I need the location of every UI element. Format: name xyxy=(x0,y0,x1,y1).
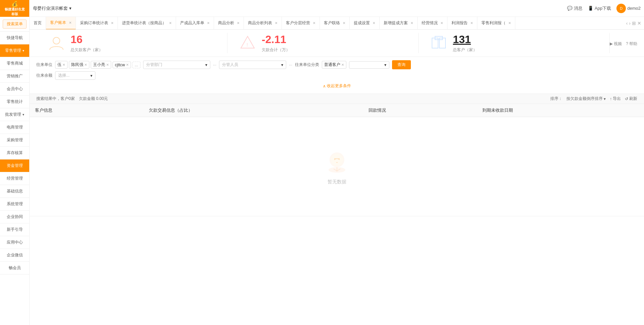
tab-close-icon[interactable]: ✕ xyxy=(237,21,240,25)
tab-close-icon[interactable]: ✕ xyxy=(207,21,210,25)
refresh-button[interactable]: ↺ 刷新 xyxy=(625,96,637,102)
unit-tag-wang[interactable]: 王小亮 ✕ xyxy=(91,61,111,69)
stat-debt-value: -2.11 xyxy=(262,33,290,46)
stat-debt-label: 欠款合计（万） xyxy=(262,47,290,53)
tabs-close-all-button[interactable]: ✕ xyxy=(637,21,641,26)
tab-close-icon[interactable]: ✕ xyxy=(275,21,277,25)
sidebar-item-basic-info[interactable]: 基础信息 xyxy=(0,185,29,198)
unit-type-select[interactable]: ▾ xyxy=(349,61,389,69)
tab-close-icon[interactable]: ✕ xyxy=(313,21,315,25)
tab-product-analysis[interactable]: 商品分析 ✕ xyxy=(214,17,244,30)
stat-debt-info: -2.11 欠款合计（万） xyxy=(262,33,290,53)
tab-purchase-stat[interactable]: 进货单统计表（按商品） ✕ xyxy=(118,17,176,30)
sidebar-item-wechat[interactable]: 企业微信 xyxy=(0,249,29,262)
sidebar-item-marketing[interactable]: 营销推广 xyxy=(0,70,29,83)
stat-customers-label: 总欠款客户（家） xyxy=(71,47,103,53)
tab-product-analysis-list[interactable]: 商品分析列表 ✕ xyxy=(244,17,282,30)
tab-production[interactable]: 产成品入库单 ✕ xyxy=(176,17,214,30)
sidebar-item-app[interactable]: 应用中心 xyxy=(0,236,29,249)
account-selector[interactable]: 母婴行业演示帐套 ▾ xyxy=(33,5,72,11)
col-debt-info: 欠款交易信息（占比） xyxy=(143,104,363,117)
export-button[interactable]: ↑ 导出 xyxy=(610,96,621,102)
stat-customers-info: 16 总欠款客户（家） xyxy=(71,33,103,53)
sidebar-item-system[interactable]: 系统管理 xyxy=(0,198,29,211)
query-button[interactable]: 查询 xyxy=(392,60,411,69)
results-count: 搜索结果中，客户0家 xyxy=(36,96,75,102)
message-button[interactable]: 💬 消息 xyxy=(567,5,583,11)
sort-select[interactable]: 按欠款金额倒序排序 ▾ xyxy=(566,96,606,102)
tab-retail-profit[interactable]: 零售利润报（ ✕ xyxy=(477,17,515,30)
tag-close-type[interactable]: ✕ xyxy=(341,63,344,67)
sidebar-item-collab[interactable]: 企业协同 xyxy=(0,211,29,223)
video-help-button[interactable]: ▶ 视频 xyxy=(610,41,622,47)
tab-close-icon[interactable]: ✕ xyxy=(69,21,72,25)
person-select[interactable]: 分管人员 ▾ xyxy=(219,61,286,69)
sidebar-item-quick-nav[interactable]: 快捷导航 xyxy=(0,32,29,44)
sidebar-logo: 💰 畅捷通好生意 标版 xyxy=(0,0,29,17)
filter-row-1: 往来单位 伍 ✕ 陈民强 ✕ 王小亮 ✕ cjttcw ✕ xyxy=(36,60,637,69)
tag-close-wu[interactable]: ✕ xyxy=(62,63,65,67)
tab-close-icon[interactable]: ✕ xyxy=(508,21,511,25)
sidebar-item-guide[interactable]: 新手引导 xyxy=(0,223,29,236)
sidebar-item-ecom[interactable]: 电商管理 xyxy=(0,121,29,134)
stat-total-info: 131 总客户（家） xyxy=(453,33,477,53)
sidebar-item-operation[interactable]: 经营管理 xyxy=(0,172,29,185)
app-download-button[interactable]: 📱 App下载 xyxy=(588,5,611,11)
tab-customer-account[interactable]: 客户账本 ✕ xyxy=(46,17,76,30)
balance-select[interactable]: 选择... ▾ xyxy=(55,71,95,80)
tab-close-icon[interactable]: ✕ xyxy=(343,21,345,25)
svg-point-9 xyxy=(338,158,340,159)
sidebar-item-wholesale[interactable]: 批发管理 ▾ xyxy=(0,108,29,121)
unit-tag-more[interactable]: ... xyxy=(132,62,140,68)
tab-customer-contact[interactable]: 客户联络 ✕ xyxy=(320,17,350,30)
sidebar-item-member2[interactable]: 畅会员 xyxy=(0,262,29,275)
stat-total-label: 总客户（家） xyxy=(453,47,477,53)
collapse-button[interactable]: ∧ 收起更多条件 xyxy=(36,82,637,90)
tab-new-commission[interactable]: 新增提成方案 ✕ xyxy=(380,17,418,30)
sidebar-item-retail-stats[interactable]: 零售统计 xyxy=(0,96,29,108)
tag-close-cjttcw[interactable]: ✕ xyxy=(126,63,129,67)
tab-close-icon[interactable]: ✕ xyxy=(111,21,114,25)
tab-operation[interactable]: 经营情况 ✕ xyxy=(418,17,447,30)
sort-label: 排序： xyxy=(550,96,562,102)
svg-text:!: ! xyxy=(247,42,248,47)
dept-extra-btn[interactable]: ··· xyxy=(213,63,216,67)
tab-purchase-order[interactable]: 采购订单统计表 ✕ xyxy=(76,17,118,30)
tab-customer-layer[interactable]: 客户分层经营 ✕ xyxy=(282,17,320,30)
balance-label: 往来余额 xyxy=(36,73,52,78)
topbar-left: 母婴行业演示帐套 ▾ xyxy=(33,5,72,11)
sidebar-item-inventory[interactable]: 库存核算 xyxy=(0,147,29,159)
tab-close-icon[interactable]: ✕ xyxy=(373,21,375,25)
dept-select[interactable]: 分管部门 ▾ xyxy=(143,61,210,69)
sidebar-item-retail-mgmt[interactable]: 零售管理 ▾ xyxy=(0,44,29,57)
tag-close-chen[interactable]: ✕ xyxy=(84,63,87,67)
stat-card-customers: 16 总欠款客户（家） xyxy=(36,33,227,53)
tab-profit-report[interactable]: 利润报告 ✕ xyxy=(447,17,477,30)
empty-text: 暂无数据 xyxy=(328,179,346,185)
user-menu[interactable]: D demo2 xyxy=(616,4,641,13)
tag-close-wang[interactable]: ✕ xyxy=(106,63,109,67)
tabs-menu-button[interactable]: ⊞ xyxy=(632,21,636,26)
unit-tag-chen[interactable]: 陈民强 ✕ xyxy=(69,61,89,69)
data-table: 客户信息 欠款交易信息（占比） 回款情况 到期未收款日期 xyxy=(30,104,644,216)
person-extra-btn[interactable]: ··· xyxy=(289,63,292,67)
tab-close-icon[interactable]: ✕ xyxy=(411,21,413,25)
tab-close-icon[interactable]: ✕ xyxy=(169,21,172,25)
tab-commission-setting[interactable]: 提成设置 ✕ xyxy=(350,17,380,30)
unit-tag-wu[interactable]: 伍 ✕ xyxy=(55,61,68,69)
unit-type-tag[interactable]: 普通客户 ✕ xyxy=(322,61,346,69)
sidebar-item-member[interactable]: 会员中心 xyxy=(0,83,29,96)
help-button[interactable]: ? 帮助 xyxy=(626,41,637,47)
results-amount: 欠款金额 0.00元 xyxy=(79,96,108,102)
tab-home[interactable]: 首页 xyxy=(30,17,46,30)
tab-close-icon[interactable]: ✕ xyxy=(440,21,443,25)
tab-close-icon[interactable]: ✕ xyxy=(470,21,473,25)
search-menu-button[interactable]: 搜索菜单 xyxy=(3,20,27,29)
tabs-prev-button[interactable]: ‹ xyxy=(626,21,628,26)
sidebar-item-retail-mall[interactable]: 零售商城 xyxy=(0,57,29,70)
empty-state-cell: 暂无数据 xyxy=(30,117,644,216)
unit-tag-cjttcw[interactable]: cjttcw ✕ xyxy=(113,62,131,68)
tabs-next-button[interactable]: › xyxy=(629,21,631,26)
sidebar-item-finance[interactable]: 资金管理 xyxy=(0,159,29,172)
sidebar-item-purchase[interactable]: 采购管理 xyxy=(0,134,29,147)
